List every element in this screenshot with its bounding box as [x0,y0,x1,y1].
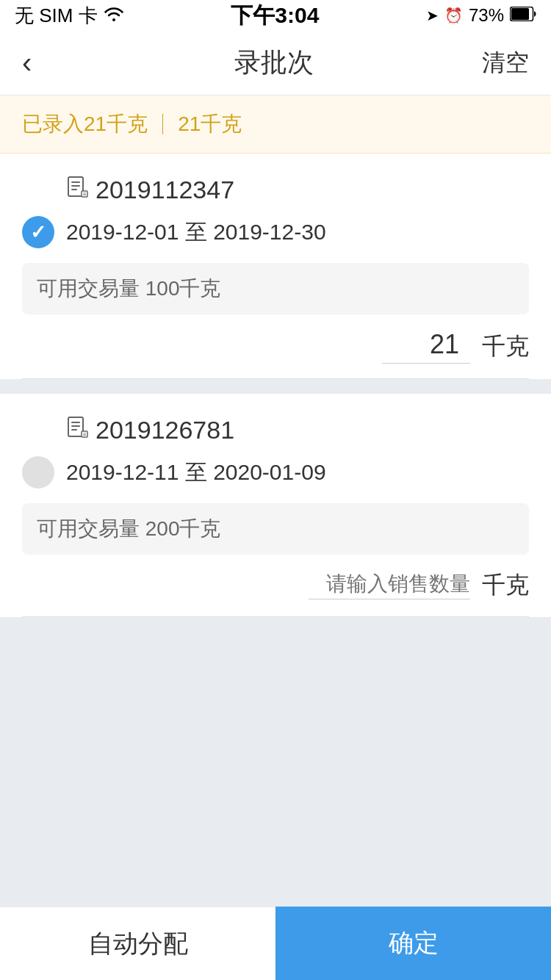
info-banner: 已录入21千克 21千克 [0,96,551,154]
batch-date-row-2[interactable]: 2019-12-11 至 2020-01-09 [22,456,529,489]
batch-id-1: 2019112347 [96,176,234,204]
svg-rect-11 [71,429,77,430]
page-title: 录批次 [234,45,314,81]
batch-date-2: 2019-12-11 至 2020-01-09 [66,458,326,488]
svg-rect-1 [511,8,529,20]
quantity-input-2[interactable] [309,572,470,599]
quantity-row-1: 千克 [0,314,551,378]
nav-bar: ‹ 录批次 清空 [0,31,551,96]
recorded-value: 21千克 [178,110,242,138]
checkmark-1: ✓ [30,221,46,244]
svg-rect-10 [71,425,80,427]
section-divider [0,379,551,394]
svg-text:≡: ≡ [83,431,87,438]
batch-id-row-1: ≡ 2019112347 [22,176,529,204]
quantity-input-1[interactable] [382,329,470,364]
svg-rect-4 [71,185,80,187]
batch-doc-icon-2: ≡ [66,417,88,444]
batch-card-1: ≡ 2019112347 ✓ 2019-12-01 至 2019-12-30 可… [0,154,551,379]
batch-id-2: 2019126781 [96,416,234,444]
batch-available-2: 可用交易量 200千克 [22,503,529,555]
status-time: 下午3:04 [231,1,319,31]
bottom-bar: 自动分配 确定 [0,907,551,980]
wifi-icon [104,4,124,27]
svg-rect-5 [71,189,77,190]
radio-unselected-2[interactable] [22,456,54,489]
confirm-label: 确定 [389,926,439,960]
location-icon: ➤ [426,7,439,24]
svg-text:≡: ≡ [83,191,87,198]
battery-level: 73% [469,5,504,26]
sim-status: 无 SIM 卡 [15,3,98,29]
radio-selected-1[interactable]: ✓ [22,216,54,248]
batch-date-row-1[interactable]: ✓ 2019-12-01 至 2019-12-30 [22,216,529,248]
auto-distribute-button[interactable]: 自动分配 [0,907,276,980]
status-right: ➤ ⏰ 73% [426,5,536,26]
alarm-icon: ⏰ [444,7,463,24]
clear-button[interactable]: 清空 [482,47,529,79]
status-left: 无 SIM 卡 [15,3,124,29]
battery-icon [510,5,536,26]
batch-available-1: 可用交易量 100千克 [22,263,529,314]
quantity-unit-1: 千克 [482,331,529,363]
batch-id-row-2: ≡ 2019126781 [22,416,529,444]
confirm-button[interactable]: 确定 [276,907,551,980]
svg-rect-9 [71,422,80,423]
batch-date-1: 2019-12-01 至 2019-12-30 [66,217,326,248]
status-bar: 无 SIM 卡 下午3:04 ➤ ⏰ 73% [0,0,551,31]
svg-rect-3 [71,181,80,183]
back-button[interactable]: ‹ [22,46,66,79]
batch-card-2: ≡ 2019126781 2019-12-11 至 2020-01-09 可用交… [0,394,551,617]
quantity-row-2: 千克 [0,555,551,616]
batch-doc-icon-1: ≡ [66,176,88,204]
recorded-label: 已录入21千克 [22,110,148,138]
quantity-unit-2: 千克 [482,569,529,602]
banner-divider [162,114,163,134]
auto-distribute-label: 自动分配 [88,927,188,961]
